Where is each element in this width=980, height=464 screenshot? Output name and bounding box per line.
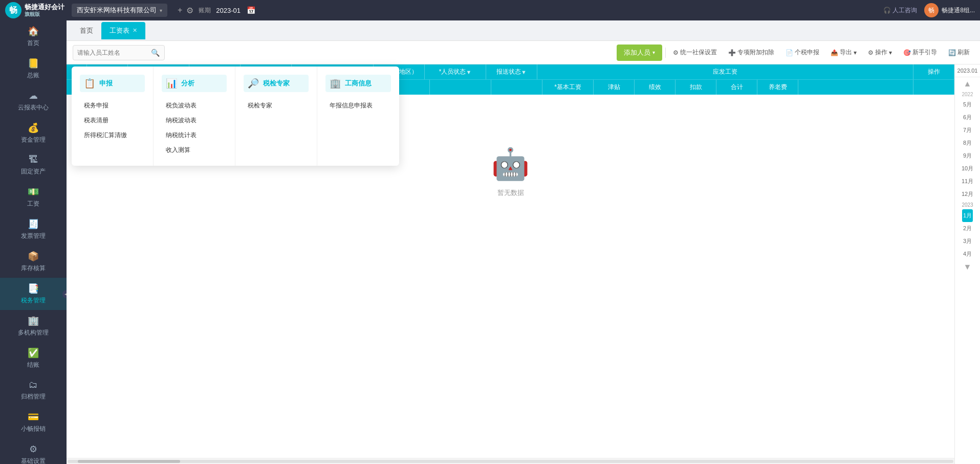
th-allowance: 津贴: [594, 80, 635, 95]
timeline-month-curr-3月[interactable]: 3月: [962, 235, 973, 248]
timeline-month-6月[interactable]: 6月: [961, 111, 974, 124]
sidebar-item-fixed_assets[interactable]: 🏗 固定资产: [0, 149, 67, 181]
tax-icon: 📑: [28, 283, 39, 294]
sidebar-item-home[interactable]: 🏠 首页: [0, 20, 67, 53]
popup-item-税表清册[interactable]: 税表清册: [80, 113, 145, 128]
popup-item-纳税统计表[interactable]: 纳税统计表: [162, 128, 227, 143]
sidebar-item-inventory[interactable]: 📦 库存核算: [0, 246, 67, 278]
popup-section-label-declaration: 申报: [99, 79, 113, 88]
th-sub-op: [913, 80, 954, 95]
sidebar-label-basic_settings: 基础设置: [21, 457, 46, 464]
tax-declaration-btn[interactable]: 📄 个税申报: [781, 46, 823, 59]
sidebar-item-multi_org[interactable]: 🏢 多机构管理: [0, 310, 67, 342]
sidebar-item-tax[interactable]: 📑 税务管理 ◀: [0, 278, 67, 310]
popup-item-税负波动表[interactable]: 税负波动表: [162, 98, 227, 113]
refresh-btn[interactable]: 🔄 刷新: [944, 46, 974, 59]
settings-icon[interactable]: ⚙: [186, 6, 193, 15]
export-btn[interactable]: 📤 导出 ▾: [826, 46, 861, 59]
sidebar-item-basic_settings[interactable]: ⚙ 基础设置: [0, 438, 67, 464]
period-value[interactable]: 2023-01: [216, 7, 241, 14]
special-deduction-btn[interactable]: ➕ 专项附加扣除: [724, 46, 778, 59]
search-input[interactable]: [77, 49, 149, 56]
user-avatar: 畅: [924, 3, 939, 17]
search-container: 🔍: [73, 45, 165, 60]
sidebar-label-ledger: 总账: [27, 71, 39, 80]
sidebar-item-settlement[interactable]: ✅ 结账: [0, 342, 67, 374]
th-report-status[interactable]: 报送状态 ▼: [486, 64, 537, 79]
timeline-month-9月[interactable]: 9月: [961, 149, 974, 162]
timeline-month-7月[interactable]: 7月: [961, 124, 974, 137]
settlement-icon: ✅: [28, 347, 39, 359]
popup-item-年报信息申报表[interactable]: 年报信息申报表: [325, 98, 391, 113]
popup-item-纳税波动表[interactable]: 纳税波动表: [162, 113, 227, 128]
add-person-button[interactable]: 添加人员 ▾: [617, 45, 662, 61]
tab-payroll[interactable]: 工资表 ✕: [101, 22, 145, 39]
period-edit-icon[interactable]: 📅: [247, 6, 255, 14]
timeline-month-curr-2月[interactable]: 2月: [962, 222, 973, 235]
th-perf: 绩效: [635, 80, 676, 95]
tab-close-icon[interactable]: ✕: [133, 27, 137, 34]
popup-section-business_info: 🏢 工商信息 年报信息申报表: [317, 67, 399, 166]
scroll-track[interactable]: [68, 460, 953, 463]
guide-icon: 🎯: [903, 49, 911, 56]
invoice-icon: 🧾: [28, 218, 39, 230]
popup-section-title-declaration: 📋 申报: [80, 75, 145, 92]
timeline-month-10月[interactable]: 10月: [961, 162, 974, 175]
add-company-icon[interactable]: +: [178, 6, 182, 15]
social-insurance-btn[interactable]: ⚙ 统一社保设置: [669, 46, 721, 59]
operate-icon: ⚙: [868, 49, 874, 56]
export-arrow-icon: ▾: [854, 49, 857, 56]
human-service-btn[interactable]: 🎧 人工咨询: [883, 6, 917, 15]
sidebar-collapse-btn[interactable]: ◀: [62, 290, 67, 298]
sidebar-item-invoice[interactable]: 🧾 发票管理: [0, 213, 67, 246]
popup-section-label-tax_expert: 税检专家: [263, 79, 290, 88]
user-service-area: 🎧 人工咨询 畅 畅捷通8组...: [883, 3, 975, 17]
sidebar-item-marketing[interactable]: 💳 小畅报销: [0, 406, 67, 438]
company-dropdown-icon: ▾: [160, 8, 162, 13]
sidebar-item-fund[interactable]: 💰 资金管理: [0, 117, 67, 149]
sidebar-label-home: 首页: [27, 39, 39, 48]
ledger-icon: 📒: [28, 58, 39, 69]
export-icon: 📤: [831, 49, 838, 56]
sidebar-item-archive[interactable]: 🗂 归档管理: [0, 374, 67, 406]
fixed_assets-icon: 🏗: [29, 154, 38, 165]
th-deduct: 扣款: [676, 80, 716, 95]
basic_settings-icon: ⚙: [29, 444, 37, 455]
sidebar-label-fixed_assets: 固定资产: [21, 167, 46, 176]
timeline-month-5月[interactable]: 5月: [961, 98, 974, 111]
sidebar: 🏠 首页 📒 总账 ☁ 云报表中心 💰 资金管理 🏗 固定资产 💵 工资 🧾 发…: [0, 20, 67, 464]
th-status[interactable]: *人员状态 ▼: [425, 64, 486, 79]
tab-home[interactable]: 首页: [72, 22, 101, 39]
popup-section-tax_expert: 🔎 税检专家 税检专家: [235, 67, 317, 166]
top-bar: 畅 畅捷通好会计 旗舰版 西安虾米网络科技有限公司 ▾ + ⚙ 账期 2023-…: [0, 0, 980, 20]
popup-item-收入测算[interactable]: 收入测算: [162, 143, 227, 158]
timeline-nav-up[interactable]: ▲: [962, 77, 974, 91]
th-sub-spacer8: [430, 80, 491, 95]
popup-section-icon-analysis: 📊: [166, 78, 177, 89]
company-selector[interactable]: 西安虾米网络科技有限公司 ▾: [72, 4, 167, 17]
top-bar-actions: + ⚙: [178, 6, 193, 15]
search-icon: 🔍: [151, 49, 160, 57]
popup-section-icon-tax_expert: 🔎: [248, 78, 259, 89]
timeline-month-11月[interactable]: 11月: [961, 175, 974, 188]
timeline-nav-down[interactable]: ▼: [962, 260, 974, 274]
th-sub-spacer9: [491, 80, 542, 95]
user-info[interactable]: 畅 畅捷通8组...: [924, 3, 975, 17]
sidebar-label-inventory: 库存核算: [21, 264, 46, 273]
sidebar-label-fund: 资金管理: [21, 136, 46, 144]
timeline-month-8月[interactable]: 8月: [961, 137, 974, 149]
popup-item-所得税汇算清缴[interactable]: 所得税汇算清缴: [80, 128, 145, 143]
timeline-month-curr-1月[interactable]: 1月: [962, 209, 973, 222]
curr-year-label: 2023: [961, 201, 974, 209]
sidebar-item-payroll[interactable]: 💵 工资: [0, 181, 67, 213]
sidebar-item-ledger[interactable]: 📒 总账: [0, 53, 67, 85]
guide-btn[interactable]: 🎯 新手引导: [899, 46, 941, 59]
empty-text: 暂无数据: [497, 188, 524, 197]
scroll-thumb[interactable]: [78, 460, 180, 463]
timeline-month-12月[interactable]: 12月: [961, 188, 974, 201]
popup-item-税务申报[interactable]: 税务申报: [80, 98, 145, 113]
popup-item-税检专家[interactable]: 税检专家: [244, 98, 309, 113]
timeline-month-curr-4月[interactable]: 4月: [962, 248, 973, 260]
operate-btn[interactable]: ⚙ 操作 ▾: [864, 46, 896, 59]
sidebar-item-cloud_report[interactable]: ☁ 云报表中心: [0, 85, 67, 117]
